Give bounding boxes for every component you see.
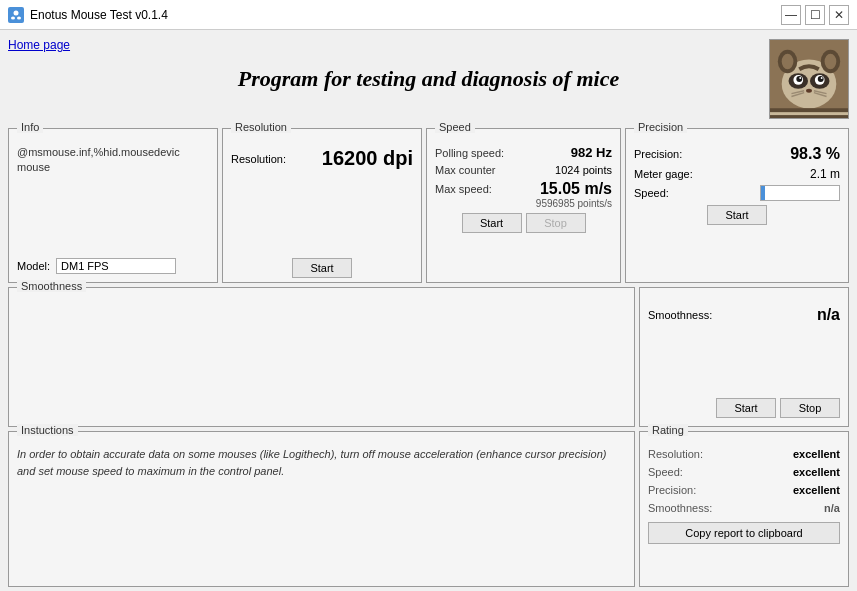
smoothness-stop-button[interactable]: Stop xyxy=(780,398,840,418)
smoothness-main-title: Smoothness xyxy=(17,280,86,292)
rating-resolution-label: Resolution: xyxy=(648,448,703,460)
precision-speed-bar-fill xyxy=(761,186,765,200)
app-icon xyxy=(8,7,24,23)
minimize-button[interactable]: — xyxy=(781,5,801,25)
instructions-title: Instuctions xyxy=(17,424,78,436)
resolution-value-row: Resolution: 16200 dpi xyxy=(231,147,413,170)
resolution-btn-row: Start xyxy=(231,254,413,278)
precision-value: 98.3 % xyxy=(790,145,840,163)
svg-point-14 xyxy=(796,76,802,82)
raccoon-image xyxy=(769,39,849,119)
rating-speed-value: excellent xyxy=(793,466,840,478)
speed-btn-row: Start Stop xyxy=(435,213,612,233)
rating-precision-row: Precision: excellent xyxy=(648,484,840,496)
app-title: Program for testing and diagnosis of mic… xyxy=(88,66,769,92)
speed-stop-button[interactable]: Stop xyxy=(526,213,586,233)
title-bar-left: Enotus Mouse Test v0.1.4 xyxy=(8,7,168,23)
smoothness-main-panel: Smoothness xyxy=(8,287,635,427)
rating-precision-value: excellent xyxy=(793,484,840,496)
precision-panel: Precision Precision: 98.3 % Meter gage: … xyxy=(625,128,849,283)
rating-resolution-row: Resolution: excellent xyxy=(648,448,840,460)
svg-point-2 xyxy=(11,16,15,19)
resolution-start-button[interactable]: Start xyxy=(292,258,352,278)
speed-panel-title: Speed xyxy=(435,121,475,133)
resolution-value: 16200 dpi xyxy=(322,147,413,170)
polling-speed-label: Polling speed: xyxy=(435,147,504,159)
panels-row: Info @msmouse.inf,%hid.mousedevic mouse … xyxy=(8,128,849,283)
info-panel: Info @msmouse.inf,%hid.mousedevic mouse … xyxy=(8,128,218,283)
svg-point-1 xyxy=(14,10,19,15)
copy-report-button[interactable]: Copy report to clipboard xyxy=(648,522,840,544)
window-title: Enotus Mouse Test v0.1.4 xyxy=(30,8,168,22)
info-panel-title: Info xyxy=(17,121,43,133)
precision-panel-title: Precision xyxy=(634,121,687,133)
meter-gage-label: Meter gage: xyxy=(634,168,693,180)
smoothness-label: Smoothness: xyxy=(648,309,712,321)
max-counter-label: Max counter xyxy=(435,164,496,176)
precision-value-row: Precision: 98.3 % xyxy=(634,145,840,163)
resolution-panel-title: Resolution xyxy=(231,121,291,133)
meter-gage-value: 2.1 m xyxy=(810,167,840,181)
resolution-panel: Resolution Resolution: 16200 dpi Start xyxy=(222,128,422,283)
precision-start-button[interactable]: Start xyxy=(707,205,767,225)
title-bar: Enotus Mouse Test v0.1.4 — ☐ ✕ xyxy=(0,0,857,30)
smoothness-btn-row: Start Stop xyxy=(716,394,840,418)
max-speed-row: Max speed: 15.05 m/s xyxy=(435,180,612,198)
bottom-row: Instuctions In order to obtain accurate … xyxy=(8,431,849,587)
smoothness-start-button[interactable]: Start xyxy=(716,398,776,418)
polling-speed-row: Polling speed: 982 Hz xyxy=(435,145,612,160)
rating-title: Rating xyxy=(648,424,688,436)
precision-btn-row: Start xyxy=(634,201,840,225)
speed-start-button[interactable]: Start xyxy=(462,213,522,233)
instructions-text: In order to obtain accurate data on some… xyxy=(17,446,626,479)
instructions-panel: Instuctions In order to obtain accurate … xyxy=(8,431,635,587)
svg-rect-25 xyxy=(770,112,848,115)
meter-gage-row: Meter gage: 2.1 m xyxy=(634,167,840,181)
max-speed-label: Max speed: xyxy=(435,183,492,195)
model-row: Model: xyxy=(17,258,176,274)
header-row: Home page Program for testing and diagno… xyxy=(8,34,849,124)
title-bar-controls: — ☐ ✕ xyxy=(781,5,849,25)
svg-point-15 xyxy=(818,76,824,82)
svg-point-19 xyxy=(806,89,812,93)
precision-speed-row: Speed: xyxy=(634,185,840,201)
rating-smoothness-value: n/a xyxy=(824,502,840,514)
rating-panel: Rating Resolution: excellent Speed: exce… xyxy=(639,431,849,587)
precision-label: Precision: xyxy=(634,148,682,160)
rating-precision-label: Precision: xyxy=(648,484,696,496)
rating-speed-label: Speed: xyxy=(648,466,683,478)
speed-panel: Speed Polling speed: 982 Hz Max counter … xyxy=(426,128,621,283)
svg-point-9 xyxy=(825,54,837,70)
smoothness-row: Smoothness Smoothness: n/a Start Stop xyxy=(8,287,849,427)
model-label: Model: xyxy=(17,260,50,272)
model-input[interactable] xyxy=(56,258,176,274)
speed-subvalue: 9596985 points/s xyxy=(435,198,612,209)
main-content: Home page Program for testing and diagno… xyxy=(0,30,857,591)
max-counter-value: 1024 points xyxy=(555,164,612,176)
rating-smoothness-label: Smoothness: xyxy=(648,502,712,514)
resolution-label: Resolution: xyxy=(231,153,286,165)
polling-speed-value: 982 Hz xyxy=(571,145,612,160)
info-text: @msmouse.inf,%hid.mousedevic mouse xyxy=(17,145,209,176)
smoothness-right-panel: Smoothness: n/a Start Stop xyxy=(639,287,849,427)
close-button[interactable]: ✕ xyxy=(829,5,849,25)
home-link[interactable]: Home page xyxy=(8,38,88,52)
max-counter-row: Max counter 1024 points xyxy=(435,164,612,176)
precision-speed-bar xyxy=(760,185,840,201)
smoothness-value-row: Smoothness: n/a xyxy=(648,306,840,324)
rating-resolution-value: excellent xyxy=(793,448,840,460)
rating-smoothness-row: Smoothness: n/a xyxy=(648,502,840,514)
svg-point-8 xyxy=(782,54,794,70)
precision-speed-label: Speed: xyxy=(634,187,669,199)
maximize-button[interactable]: ☐ xyxy=(805,5,825,25)
svg-point-16 xyxy=(799,77,801,79)
svg-point-17 xyxy=(821,77,823,79)
max-speed-value: 15.05 m/s xyxy=(540,180,612,198)
smoothness-value: n/a xyxy=(817,306,840,324)
svg-point-3 xyxy=(17,16,21,19)
rating-speed-row: Speed: excellent xyxy=(648,466,840,478)
